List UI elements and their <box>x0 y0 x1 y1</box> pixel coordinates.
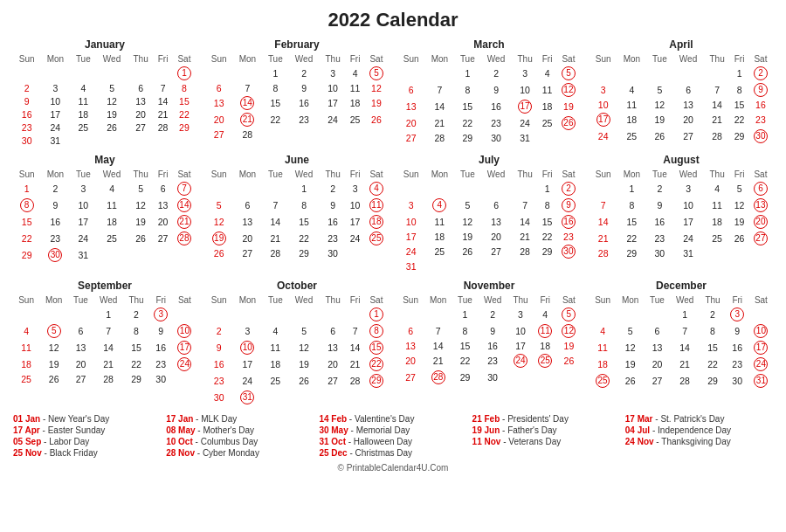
calendar-day <box>128 246 154 263</box>
calendar-day: 28 <box>670 372 700 389</box>
calendar-day: 21 <box>512 230 538 243</box>
calendar-day: 17 <box>672 213 704 230</box>
holiday-name: Labor Day <box>49 437 89 446</box>
calendar-day <box>590 180 617 197</box>
calendar-day <box>173 372 196 385</box>
calendar-day: 1 <box>452 306 478 322</box>
holiday-name: Independence Day <box>658 425 731 435</box>
calendar-day: 22 <box>538 230 556 243</box>
calendar-day <box>320 389 346 405</box>
calendar-day: 25 <box>617 128 646 144</box>
calendar-day: 4 <box>364 180 389 197</box>
calendar-day: 28 <box>704 128 730 144</box>
calendar-day: 23 <box>478 352 508 369</box>
calendar-day: 15 <box>538 213 556 230</box>
calendar-day: 5 <box>96 81 128 94</box>
calendar-day: 13 <box>205 94 232 111</box>
calendar-day: 2 <box>480 65 512 81</box>
calendar-day: 22 <box>730 111 748 128</box>
calendar-day: 20 <box>128 107 154 121</box>
weekday-header: Wed <box>480 53 512 65</box>
calendar-day: 8 <box>700 322 725 339</box>
calendar-day: 5 <box>646 81 672 98</box>
calendar-day: 6 <box>397 81 424 98</box>
weekday-header: Fri <box>346 53 364 65</box>
calendar-day <box>70 134 96 147</box>
calendar-day: 17 <box>320 94 346 111</box>
calendar-day <box>96 65 128 81</box>
calendar-day: 26 <box>557 352 581 369</box>
calendar-day: 25 <box>590 372 616 389</box>
calendar-day: 1 <box>730 65 748 81</box>
calendar-day: 3 <box>726 306 749 322</box>
calendar-day: 18 <box>534 339 557 352</box>
calendar-day: 24 <box>346 230 364 246</box>
calendar-day: 23 <box>646 230 672 246</box>
weekday-header: Fri <box>726 294 749 306</box>
month-title: July <box>397 154 581 166</box>
calendar-day: 28 <box>424 369 452 385</box>
calendar-day: 1 <box>262 65 288 81</box>
holiday-name: Halloween Day <box>354 437 412 446</box>
calendar-day <box>748 246 773 259</box>
weekday-header: Tue <box>646 53 672 65</box>
calendar-day: 31 <box>232 389 262 405</box>
holiday-name: MLK Day <box>201 414 237 424</box>
holiday-name: Columbus Day <box>201 437 259 446</box>
month-title: December <box>590 280 773 292</box>
weekday-header: Fri <box>149 294 173 306</box>
calendar-day <box>154 246 172 263</box>
calendar-day: 25 <box>538 114 556 131</box>
calendar-day <box>454 180 480 197</box>
calendar-day: 1 <box>538 180 556 197</box>
calendar-day: 3 <box>590 81 617 98</box>
weekday-header: Fri <box>154 53 172 65</box>
holiday-column: 21 Feb - Presidents' Day19 Jun - Father'… <box>472 414 620 458</box>
calendar-day: 3 <box>346 180 364 197</box>
calendar-day: 24 <box>40 121 70 134</box>
calendar-day: 2 <box>40 180 70 197</box>
weekday-header: Wed <box>96 169 128 180</box>
holiday-name: Easter Sunday <box>48 425 106 435</box>
weekday-header: Wed <box>672 169 704 180</box>
weekday-header: Sun <box>205 169 232 180</box>
weekday-header: Wed <box>288 53 320 65</box>
month-title: February <box>205 38 389 51</box>
month-february: FebruarySunMonTueWedThuFriSat 1234567891… <box>205 38 389 147</box>
holiday-date: 05 Sep <box>13 437 41 446</box>
calendar-day: 10 <box>346 197 364 213</box>
calendar-day: 9 <box>748 81 773 98</box>
calendar-day: 8 <box>13 197 40 213</box>
holiday-item: 05 Sep - Labor Day <box>13 437 161 446</box>
calendar-day <box>590 306 616 322</box>
calendar-day: 17 <box>749 339 773 356</box>
weekday-header: Mon <box>424 169 454 180</box>
weekday-header: Sun <box>205 53 232 65</box>
calendar-day: 28 <box>424 131 454 144</box>
calendar-day <box>617 65 646 81</box>
weekday-header: Wed <box>93 294 124 306</box>
footer: © PrintableCalendar4U.Com <box>13 463 773 473</box>
calendar-day: 17 <box>70 213 96 230</box>
holiday-name: Cyber Monday <box>203 448 259 458</box>
calendar-day: 27 <box>205 128 232 141</box>
calendar-day: 16 <box>288 94 320 111</box>
weekday-header: Fri <box>534 294 557 306</box>
weekday-header: Sun <box>13 294 39 306</box>
calendar-day: 5 <box>616 322 645 339</box>
month-may: MaySunMonTueWedThuFriSat1234567891011121… <box>13 154 196 273</box>
calendar-day: 9 <box>646 197 672 213</box>
weekday-header: Sat <box>748 169 773 180</box>
weekday-header: Sat <box>364 169 389 180</box>
calendar-day: 23 <box>13 121 40 134</box>
weekday-header: Sat <box>556 53 581 65</box>
calendar-day: 30 <box>480 131 512 144</box>
month-title: August <box>590 154 773 166</box>
calendar-day: 6 <box>748 180 773 197</box>
calendar-day: 25 <box>364 230 389 246</box>
calendar-day: 28 <box>346 372 364 389</box>
calendar-day: 8 <box>172 81 196 94</box>
calendar-day: 2 <box>646 180 672 197</box>
weekday-header: Sat <box>173 294 196 306</box>
calendar-day: 10 <box>320 81 346 94</box>
